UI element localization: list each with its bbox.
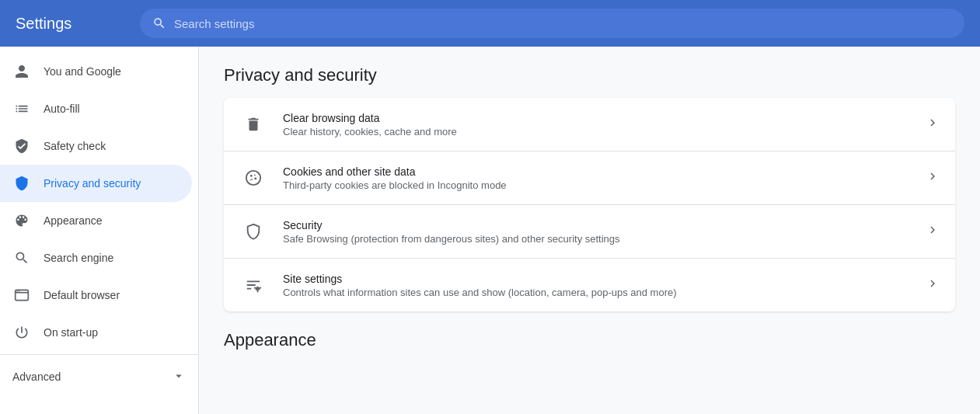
svg-point-3: [19, 290, 20, 292]
clear-browsing-data-desc: Clear history, cookies, cache and more: [283, 126, 910, 137]
svg-point-2: [16, 290, 18, 292]
sidebar-advanced[interactable]: Advanced: [0, 358, 198, 395]
sidebar-label-search-engine: Search engine: [44, 252, 113, 264]
shield-blue-icon: [12, 174, 31, 193]
svg-point-5: [250, 175, 253, 177]
svg-point-4: [246, 171, 260, 185]
sliders-icon: [239, 271, 267, 299]
sidebar-item-safety-check[interactable]: Safety check: [0, 127, 192, 165]
cookie-icon: [239, 164, 267, 192]
cookies-desc: Third-party cookies are blocked in Incog…: [283, 179, 910, 191]
svg-point-6: [254, 174, 256, 176]
cookies-text: Cookies and other site data Third-party …: [283, 165, 910, 191]
svg-point-8: [251, 179, 253, 180]
main-content: Privacy and security Clear browsing data…: [199, 47, 980, 414]
sidebar-item-auto-fill[interactable]: Auto-fill: [0, 90, 192, 127]
chevron-right-icon-3: [926, 223, 940, 240]
sidebar-divider: [0, 354, 198, 355]
palette-icon: [12, 211, 31, 230]
chevron-right-icon-1: [926, 116, 940, 133]
privacy-section-title: Privacy and security: [224, 65, 955, 85]
chevron-right-icon-4: [926, 277, 940, 294]
cookies-title: Cookies and other site data: [283, 165, 910, 178]
sidebar-label-on-startup: On start-up: [44, 326, 98, 339]
list-icon: [12, 99, 31, 118]
sidebar: You and Google Auto-fill Safety check Pr…: [0, 47, 199, 414]
app-title: Settings: [16, 15, 124, 33]
sidebar-item-on-startup[interactable]: On start-up: [0, 314, 192, 351]
shield-check-icon: [12, 137, 31, 155]
site-settings-title: Site settings: [283, 273, 910, 285]
security-text: Security Safe Browsing (protection from …: [283, 219, 910, 245]
search-engine-icon: [12, 249, 31, 267]
sidebar-item-default-browser[interactable]: Default browser: [0, 277, 192, 314]
sidebar-item-appearance[interactable]: Appearance: [0, 202, 192, 239]
sidebar-label-default-browser: Default browser: [44, 289, 120, 301]
appearance-section-title: Appearance: [224, 330, 955, 350]
sidebar-label-you-and-google: You and Google: [44, 65, 121, 78]
trash-icon: [239, 110, 267, 138]
chevron-down-icon: [172, 369, 186, 385]
sidebar-item-you-and-google[interactable]: You and Google: [0, 53, 192, 90]
sidebar-label-appearance: Appearance: [44, 214, 103, 227]
card-item-clear-browsing-data[interactable]: Clear browsing data Clear history, cooki…: [224, 98, 955, 151]
search-bar[interactable]: [140, 9, 964, 38]
security-desc: Safe Browsing (protection from dangerous…: [283, 233, 910, 245]
browser-icon: [12, 286, 31, 304]
card-item-security[interactable]: Security Safe Browsing (protection from …: [224, 205, 955, 259]
clear-browsing-data-title: Clear browsing data: [283, 112, 910, 124]
sidebar-advanced-label: Advanced: [12, 371, 159, 383]
sidebar-item-privacy-security[interactable]: Privacy and security: [0, 165, 192, 202]
card-item-site-settings[interactable]: Site settings Controls what information …: [224, 259, 955, 311]
security-title: Security: [283, 219, 910, 231]
search-input[interactable]: [174, 17, 952, 30]
privacy-security-card: Clear browsing data Clear history, cooki…: [224, 98, 955, 311]
site-settings-text: Site settings Controls what information …: [283, 273, 910, 298]
site-settings-desc: Controls what information sites can use …: [283, 287, 910, 298]
sidebar-item-search-engine[interactable]: Search engine: [0, 239, 192, 277]
sidebar-label-privacy-security: Privacy and security: [44, 177, 141, 190]
card-item-cookies[interactable]: Cookies and other site data Third-party …: [224, 151, 955, 205]
sidebar-label-auto-fill: Auto-fill: [44, 103, 80, 115]
power-icon: [12, 323, 31, 342]
svg-point-9: [250, 179, 251, 180]
person-icon: [12, 62, 31, 81]
main-layout: You and Google Auto-fill Safety check Pr…: [0, 47, 980, 414]
clear-browsing-data-text: Clear browsing data Clear history, cooki…: [283, 112, 910, 137]
shield-icon: [239, 217, 267, 245]
search-icon: [152, 16, 166, 30]
top-bar: Settings: [0, 0, 980, 47]
sidebar-label-safety-check: Safety check: [44, 140, 106, 152]
svg-point-7: [254, 178, 256, 180]
chevron-right-icon-2: [926, 169, 940, 186]
